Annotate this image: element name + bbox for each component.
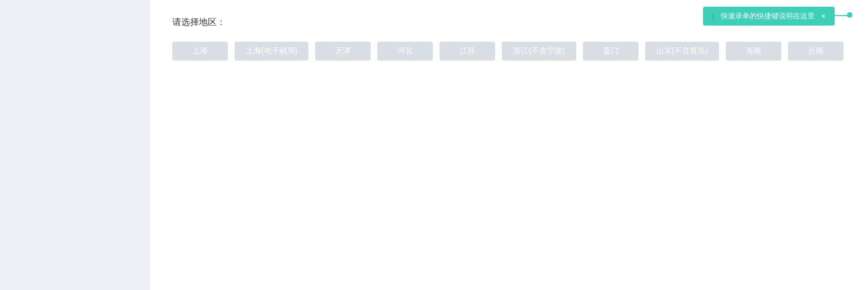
tooltip-connector-line [834, 15, 847, 16]
tooltip-close-button[interactable]: × [821, 12, 826, 21]
region-button-shanghai-etax[interactable]: 上海(电子税局) [235, 42, 308, 61]
region-button-hainan[interactable]: 海南 [726, 42, 781, 61]
region-button-zhejiang[interactable]: 浙江(不含宁波) [502, 42, 576, 61]
region-button-hebei[interactable]: 河北 [377, 42, 433, 61]
main-content: 请选择地区： 上海上海(电子税局)天津河北江苏浙江(不含宁波)厦门山东(不含青岛… [150, 0, 868, 290]
left-sidebar [0, 0, 150, 290]
region-button-xiamen[interactable]: 厦门 [583, 42, 638, 61]
tooltip-text: 快速录单的快捷键说明在这里 [721, 11, 815, 21]
region-buttons-container: 上海上海(电子税局)天津河北江苏浙江(不含宁波)厦门山东(不含青岛)海南云南 [172, 42, 846, 61]
region-button-shanghai[interactable]: 上海 [172, 42, 228, 61]
region-button-shandong[interactable]: 山东(不含青岛) [645, 42, 719, 61]
region-button-yunnan[interactable]: 云南 [788, 42, 844, 61]
region-button-tianjin[interactable]: 天津 [315, 42, 371, 61]
tooltip-banner[interactable]: 快速录单的快捷键说明在这里 × [703, 7, 835, 26]
tooltip-connector-dot [847, 12, 852, 18]
region-button-jiangsu[interactable]: 江苏 [440, 42, 495, 61]
